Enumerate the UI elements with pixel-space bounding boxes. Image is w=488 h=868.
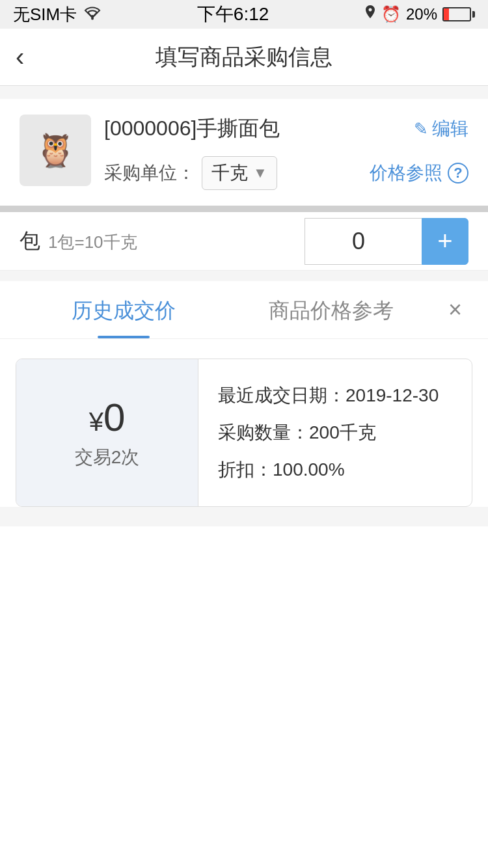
help-icon: ? [448, 163, 468, 183]
tab-history-price-label: 历史成交价 [72, 299, 176, 322]
wifi-icon [83, 5, 102, 25]
quantity-label: 包 1包=10千克 [20, 227, 137, 256]
edit-label: 编辑 [432, 116, 468, 141]
price-value: 0 [103, 396, 125, 439]
quantity-input-group: + [305, 218, 468, 265]
status-bar: 无SIM卡 下午6:12 ⏰ 20% [0, 0, 488, 29]
quantity-input[interactable] [305, 218, 422, 265]
discount-row: 折扣：100.00% [218, 457, 452, 482]
tabs-section: 历史成交价 商品价格参考 × ¥0 交易2次 最近成交日期：2019-12-30… [0, 281, 488, 507]
alarm-icon: ⏰ [381, 5, 401, 23]
discount-value: 100.00% [273, 459, 345, 480]
back-button[interactable]: ‹ [16, 42, 24, 72]
tab-history-price[interactable]: 历史成交价 [20, 281, 227, 338]
price-reference-label: 价格参照 [370, 161, 442, 185]
product-image: 🦉 [20, 115, 91, 186]
battery-percent: 20% [406, 5, 437, 23]
currency-symbol: ¥ [89, 407, 103, 436]
product-name: [0000006]手撕面包 [104, 115, 280, 143]
product-info: [0000006]手撕面包 ✎ 编辑 采购单位： 千克 ▼ 价格参照 ? [104, 115, 468, 190]
trade-card-right: 最近成交日期：2019-12-30 采购数量：200千克 折扣：100.00% [198, 359, 472, 506]
edit-icon: ✎ [414, 119, 428, 139]
purchase-quantity-value: 200千克 [309, 422, 376, 442]
status-time: 下午6:12 [197, 2, 269, 27]
unit-selector-group: 采购单位： 千克 ▼ [104, 156, 277, 190]
trade-price: ¥0 [89, 395, 126, 440]
bottom-area [0, 526, 488, 868]
purchase-quantity-label: 采购数量： [218, 422, 309, 442]
nav-bar: ‹ 填写商品采购信息 [0, 29, 488, 86]
product-logo: 🦉 [35, 131, 75, 169]
tab-price-reference[interactable]: 商品价格参考 [227, 281, 435, 338]
trade-card-left: ¥0 交易2次 [16, 359, 198, 506]
quantity-row: 包 1包=10千克 + [0, 212, 488, 271]
recent-date-label: 最近成交日期： [218, 385, 346, 405]
edit-button[interactable]: ✎ 编辑 [414, 116, 468, 141]
discount-label: 折扣： [218, 459, 273, 480]
quantity-plus-button[interactable]: + [422, 218, 468, 265]
carrier-text: 无SIM卡 [13, 3, 77, 26]
product-card: 🦉 [0000006]手撕面包 ✎ 编辑 采购单位： 千克 ▼ [0, 99, 488, 206]
purchase-quantity-row: 采购数量：200千克 [218, 420, 452, 445]
battery-icon [442, 7, 475, 21]
qty-conversion: 1包=10千克 [48, 231, 137, 254]
scroll-divider [0, 206, 488, 212]
unit-dropdown[interactable]: 千克 ▼ [202, 156, 277, 190]
recent-date-row: 最近成交日期：2019-12-30 [218, 383, 452, 408]
price-reference-button[interactable]: 价格参照 ? [370, 161, 468, 185]
tabs-header: 历史成交价 商品价格参考 × [0, 281, 488, 339]
qty-unit-name: 包 [20, 227, 40, 256]
dropdown-caret-icon: ▼ [253, 165, 267, 182]
location-icon [364, 5, 376, 23]
trade-count: 交易2次 [75, 445, 140, 470]
tab-price-reference-label: 商品价格参考 [269, 299, 394, 322]
svg-point-0 [91, 17, 94, 20]
page-title: 填写商品采购信息 [156, 42, 332, 72]
status-left: 无SIM卡 [13, 3, 102, 26]
recent-date-value: 2019-12-30 [346, 385, 439, 405]
tab-active-indicator [98, 336, 150, 338]
unit-label: 采购单位： [104, 161, 195, 185]
tab-close-button[interactable]: × [442, 290, 468, 330]
status-right: ⏰ 20% [364, 5, 475, 23]
trade-card: ¥0 交易2次 最近成交日期：2019-12-30 采购数量：200千克 折扣：… [16, 359, 472, 507]
unit-value: 千克 [211, 161, 248, 185]
